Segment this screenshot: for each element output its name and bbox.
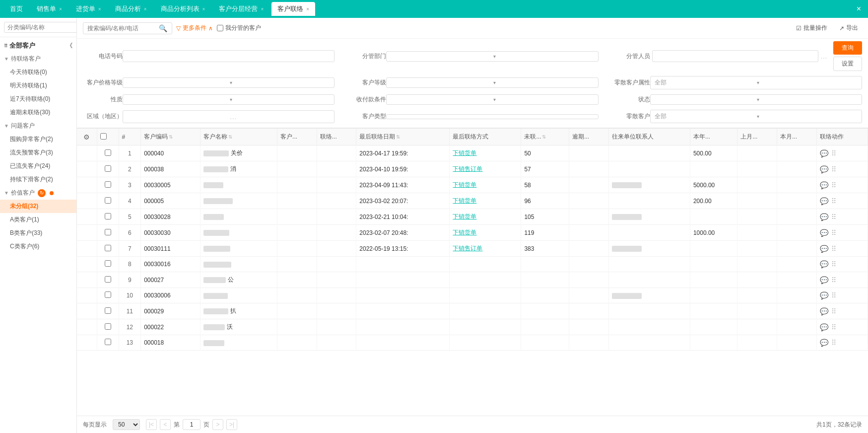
price-level-select[interactable]: ▾ xyxy=(123,77,334,88)
apps-icon[interactable]: ⠿ xyxy=(831,165,836,173)
export-button[interactable]: ↗ 导出 xyxy=(835,22,862,34)
nav-tab-sales[interactable]: 销售单 × xyxy=(31,2,68,16)
sidebar-item-tomorrow-pending[interactable]: 明天待联络(1) xyxy=(0,79,76,92)
close-sales-tab-icon[interactable]: × xyxy=(59,6,62,12)
chat-icon[interactable]: 💬 xyxy=(820,260,828,268)
row-checkbox[interactable] xyxy=(105,323,111,330)
more-conditions-button[interactable]: ▽ 更多条件 ∧ xyxy=(176,24,213,32)
my-customers-checkbox[interactable]: 我分管的客户 xyxy=(217,24,261,32)
row-checkbox[interactable] xyxy=(105,149,111,156)
page-input[interactable] xyxy=(183,419,200,430)
contact-method-link[interactable]: 下销货单 xyxy=(453,181,476,188)
nav-tab-product-analysis[interactable]: 商品分析 × xyxy=(109,2,153,16)
person-input[interactable] xyxy=(652,50,818,62)
sidebar-item-churned[interactable]: 已流失客户(24) xyxy=(0,159,76,173)
filter-search-input[interactable] xyxy=(87,25,157,32)
close-purchase-tab-icon[interactable]: × xyxy=(98,6,101,12)
sidebar-item-overdue-pending[interactable]: 逾期未联络(30) xyxy=(0,106,76,119)
payment-select[interactable]: ▾ xyxy=(386,94,598,105)
row-checkbox[interactable] xyxy=(105,213,111,219)
contact-method-link[interactable]: 下销售订单 xyxy=(453,245,482,252)
per-page-select[interactable]: 50 100 200 xyxy=(113,419,140,430)
filter-search-icon[interactable]: 🔍 xyxy=(159,24,167,32)
sidebar-item-class-a[interactable]: A类客户(1) xyxy=(0,213,76,226)
row-checkbox[interactable] xyxy=(105,165,111,172)
row-checkbox[interactable] xyxy=(105,229,111,235)
th-code[interactable]: 客户编码 ⇅ xyxy=(141,129,200,145)
chat-icon[interactable]: 💬 xyxy=(820,149,828,157)
sidebar-item-churn-warning[interactable]: 流失预警客户(3) xyxy=(0,146,76,159)
customer-type-select[interactable] xyxy=(386,114,598,119)
next-page-button[interactable]: > xyxy=(212,419,223,430)
customer-level-select[interactable]: ▾ xyxy=(386,77,598,88)
apps-icon[interactable]: ⠿ xyxy=(831,229,836,237)
last-page-button[interactable]: >| xyxy=(226,419,237,430)
apps-icon[interactable]: ⠿ xyxy=(831,245,836,253)
chat-icon[interactable]: 💬 xyxy=(820,181,828,189)
status-select[interactable]: ▾ xyxy=(650,94,862,105)
contact-method-link[interactable]: 下销货单 xyxy=(453,149,476,156)
window-close-button[interactable]: × xyxy=(854,4,864,13)
th-not-contacted[interactable]: 未联... ⇅ xyxy=(521,129,569,145)
reset-button[interactable]: 设置 xyxy=(833,57,862,71)
collapse-sidebar-icon[interactable]: 《 xyxy=(67,42,72,50)
apps-icon[interactable]: ⠿ xyxy=(831,339,836,347)
prev-page-button[interactable]: < xyxy=(160,419,171,430)
apps-icon[interactable]: ⠿ xyxy=(831,149,836,157)
retail-attr-select[interactable]: 全部 ▾ xyxy=(650,76,862,89)
chat-icon[interactable]: 💬 xyxy=(820,276,828,284)
chat-icon[interactable]: 💬 xyxy=(820,213,828,221)
phone-input[interactable] xyxy=(123,50,334,62)
sidebar-item-7days-pending[interactable]: 近7天待联络(0) xyxy=(0,92,76,106)
close-product-analysis-list-tab-icon[interactable]: × xyxy=(202,6,205,12)
query-button[interactable]: 查询 xyxy=(833,41,862,55)
chat-icon[interactable]: 💬 xyxy=(820,291,828,299)
apps-icon[interactable]: ⠿ xyxy=(831,276,836,284)
nav-tab-purchase[interactable]: 进货单 × xyxy=(70,2,107,16)
sidebar-item-class-b[interactable]: B类客户(33) xyxy=(0,226,76,240)
th-name[interactable]: 客户名称 ⇅ xyxy=(200,129,277,145)
chat-icon[interactable]: 💬 xyxy=(820,307,828,315)
sidebar-item-abnormal[interactable]: 囤购异常客户(2) xyxy=(0,133,76,146)
contact-method-link[interactable]: 下销货单 xyxy=(453,229,476,236)
th-last-contact-date[interactable]: 最后联络日期 ⇅ xyxy=(356,129,450,145)
sidebar-item-declining[interactable]: 持续下滑客户(2) xyxy=(0,173,76,186)
settings-icon[interactable]: ⚙ xyxy=(83,133,90,141)
contact-method-link[interactable]: 下销货单 xyxy=(453,197,476,204)
chat-icon[interactable]: 💬 xyxy=(820,165,828,173)
row-checkbox[interactable] xyxy=(105,291,111,298)
row-checkbox[interactable] xyxy=(105,339,111,345)
select-all-checkbox[interactable] xyxy=(100,133,107,140)
contact-method-link[interactable]: 下销货单 xyxy=(453,213,476,220)
close-customer-stratification-tab-icon[interactable]: × xyxy=(261,6,264,12)
dept-select[interactable]: ▾ xyxy=(386,51,598,62)
sidebar-item-unclassified[interactable]: 未分组(32) xyxy=(0,200,76,213)
nav-tab-customer-stratification[interactable]: 客户分层经营 × xyxy=(213,2,269,16)
batch-operation-button[interactable]: ☑ 批量操作 xyxy=(792,22,831,34)
apps-icon[interactable]: ⠿ xyxy=(831,260,836,268)
first-page-button[interactable]: |< xyxy=(146,419,157,430)
region-select[interactable]: … xyxy=(123,110,334,123)
apps-icon[interactable]: ⠿ xyxy=(831,307,836,315)
apps-icon[interactable]: ⠿ xyxy=(831,213,836,221)
close-customer-contact-tab-icon[interactable]: × xyxy=(306,6,309,12)
sidebar-all-customers[interactable]: ⠿ 全部客户 《 xyxy=(0,37,76,52)
sidebar-group-pending[interactable]: ▼ 待联络客户 xyxy=(0,52,76,66)
nature-select[interactable]: ▾ xyxy=(123,94,334,105)
sidebar-search-input[interactable] xyxy=(4,22,77,33)
chat-icon[interactable]: 💬 xyxy=(820,229,828,237)
contact-method-link[interactable]: 下销售订单 xyxy=(453,165,482,172)
close-product-analysis-tab-icon[interactable]: × xyxy=(144,6,147,12)
row-checkbox[interactable] xyxy=(105,307,111,314)
row-checkbox[interactable] xyxy=(105,276,111,283)
my-customers-check[interactable] xyxy=(217,25,223,31)
chat-icon[interactable]: 💬 xyxy=(820,339,828,347)
apps-icon[interactable]: ⠿ xyxy=(831,323,836,331)
sidebar-item-today-pending[interactable]: 今天待联络(0) xyxy=(0,66,76,79)
sidebar-group-problem[interactable]: ▼ 问题客户 xyxy=(0,119,76,133)
retail-customer-select[interactable]: 全部 ▾ xyxy=(650,110,862,123)
chat-icon[interactable]: 💬 xyxy=(820,245,828,253)
row-checkbox[interactable] xyxy=(105,181,111,188)
sidebar-item-class-c[interactable]: C类客户(6) xyxy=(0,240,76,253)
sidebar-group-value[interactable]: ▼ 价值客户 ↻ xyxy=(0,186,76,200)
